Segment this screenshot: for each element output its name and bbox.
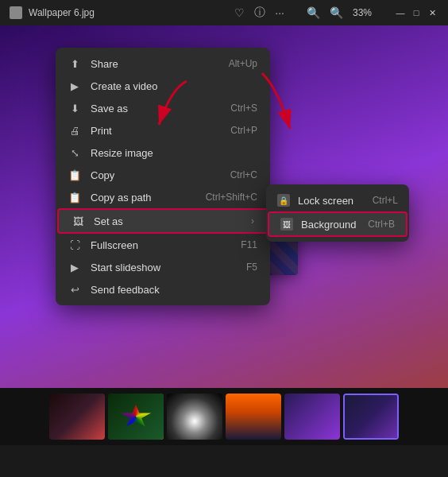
slideshow-icon: ▶	[68, 261, 81, 273]
main-content: ⬆ Share Alt+Up ▶ Create a video ⬇ Save a…	[0, 25, 448, 445]
share-icon: ⬆	[68, 57, 81, 70]
lock-screen-icon: 🔒	[277, 194, 290, 207]
menu-item-save-as[interactable]: ⬇ Save as Ctrl+S	[56, 97, 270, 119]
zoom-controls: 🔍 🔍 33%	[307, 6, 372, 19]
window-title: Wallpaper 6.jpg	[29, 7, 228, 18]
fullscreen-icon: ⛶	[68, 238, 81, 251]
copy-path-label: Copy as path	[91, 192, 196, 204]
copy-path-icon: 📋	[68, 191, 81, 204]
thumb-img-1	[49, 394, 105, 440]
share-shortcut: Alt+Up	[229, 58, 257, 69]
titlebar: Wallpaper 6.jpg ♡ ⓘ ··· 🔍 🔍 33% — □ ✕	[0, 0, 448, 25]
toolbar-tools: ♡ ⓘ ···	[234, 6, 284, 20]
window-controls: — □ ✕	[394, 6, 438, 19]
zoom-out-icon[interactable]: 🔍	[307, 6, 320, 19]
thumbnail-3[interactable]	[167, 394, 222, 440]
thumb-img-2	[108, 394, 164, 440]
menu-item-resize[interactable]: ⤡ Resize image	[56, 142, 270, 164]
thumbnail-2[interactable]	[108, 394, 164, 440]
fullscreen-shortcut: F11	[241, 239, 257, 250]
resize-icon: ⤡	[68, 146, 81, 159]
thumb-img-6	[345, 395, 397, 438]
thumbnail-1[interactable]	[49, 394, 105, 440]
fullscreen-label: Fullscreen	[91, 239, 231, 251]
tool-more[interactable]: ···	[275, 6, 284, 19]
print-icon: 🖨	[68, 124, 81, 137]
context-menu: ⬆ Share Alt+Up ▶ Create a video ⬇ Save a…	[56, 48, 270, 305]
set-as-icon: 🖼	[71, 215, 84, 227]
thumbnail-4[interactable]	[226, 394, 281, 440]
slideshow-shortcut: F5	[246, 262, 257, 273]
video-icon: ▶	[68, 80, 81, 92]
copy-path-shortcut: Ctrl+Shift+C	[206, 192, 257, 203]
menu-item-feedback[interactable]: ↩ Send feedback	[56, 278, 270, 301]
resize-label: Resize image	[91, 147, 257, 159]
menu-item-set-as[interactable]: 🖼 Set as ›	[57, 208, 268, 234]
background-icon: 🖼	[280, 218, 293, 231]
thumb-img-3	[167, 394, 222, 440]
thumbnail-5[interactable]	[284, 394, 340, 440]
menu-item-copy-path[interactable]: 📋 Copy as path Ctrl+Shift+C	[56, 186, 270, 208]
lock-screen-label: Lock screen	[298, 195, 365, 207]
submenu: 🔒 Lock screen Ctrl+L 🖼 Background Ctrl+B	[266, 184, 409, 242]
set-as-label: Set as	[94, 215, 241, 227]
close-button[interactable]: ✕	[426, 6, 438, 19]
copy-label: Copy	[91, 169, 221, 181]
app-icon	[10, 6, 22, 19]
submenu-item-lock-screen[interactable]: 🔒 Lock screen Ctrl+L	[266, 189, 409, 211]
maximize-button[interactable]: □	[410, 6, 423, 19]
save-shortcut: Ctrl+S	[230, 103, 257, 114]
menu-item-copy[interactable]: 📋 Copy Ctrl+C	[56, 164, 270, 186]
feedback-label: Send feedback	[91, 284, 257, 296]
tool-info[interactable]: ⓘ	[254, 6, 265, 20]
save-icon: ⬇	[68, 102, 81, 114]
copy-icon: 📋	[68, 169, 81, 181]
share-label: Share	[91, 58, 219, 70]
menu-item-share[interactable]: ⬆ Share Alt+Up	[56, 52, 270, 75]
thumbnail-6[interactable]	[343, 394, 399, 440]
slideshow-label: Start slideshow	[91, 262, 237, 273]
save-as-label: Save as	[91, 103, 221, 114]
thumbnail-strip	[0, 388, 448, 445]
zoom-level: 33%	[353, 7, 372, 18]
minimize-button[interactable]: —	[394, 6, 407, 19]
lock-screen-shortcut: Ctrl+L	[373, 195, 398, 206]
background-label: Background	[301, 219, 360, 231]
thumb-img-5	[284, 394, 340, 440]
zoom-in-icon[interactable]: 🔍	[330, 6, 343, 19]
feedback-icon: ↩	[68, 283, 81, 296]
set-as-arrow: ›	[251, 215, 254, 227]
copy-shortcut: Ctrl+C	[230, 169, 257, 180]
print-label: Print	[91, 125, 221, 137]
tool-heart[interactable]: ♡	[234, 6, 245, 19]
menu-item-slideshow[interactable]: ▶ Start slideshow F5	[56, 256, 270, 278]
menu-item-create-video[interactable]: ▶ Create a video	[56, 75, 270, 97]
menu-item-fullscreen[interactable]: ⛶ Fullscreen F11	[56, 234, 270, 256]
create-video-label: Create a video	[91, 80, 257, 92]
submenu-item-background[interactable]: 🖼 Background Ctrl+B	[268, 211, 407, 237]
thumb-img-4	[226, 394, 281, 440]
background-shortcut: Ctrl+B	[368, 219, 395, 230]
print-shortcut: Ctrl+P	[230, 125, 257, 136]
menu-item-print[interactable]: 🖨 Print Ctrl+P	[56, 119, 270, 142]
